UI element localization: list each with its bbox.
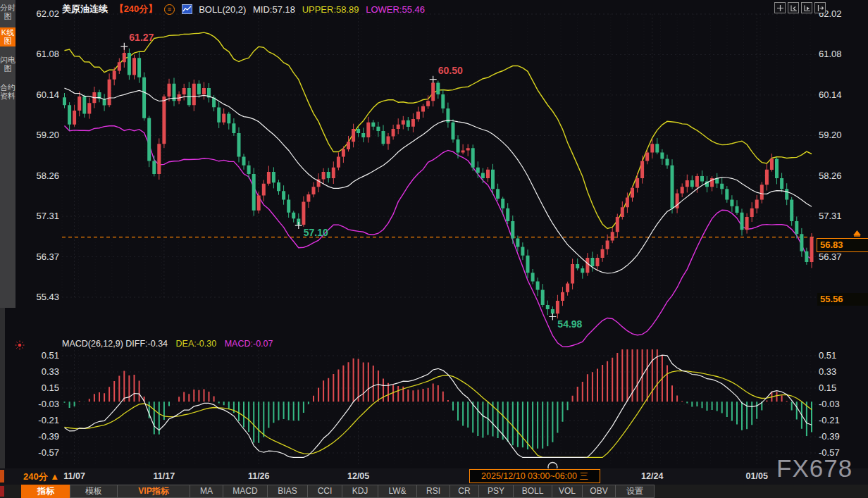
chart-tool-icons <box>774 2 826 13</box>
toolbar-button-CR[interactable]: CR <box>450 485 478 498</box>
macd-diff-value: MACD(26,12,9) DIFF:-0.34 <box>62 339 168 349</box>
watermark: FX678 <box>776 454 852 483</box>
charting-app: 61.2760.5057.1054.98 分时图K线图闪电图合约资料 美原油连续… <box>0 0 868 498</box>
price-tick-right: 61.08 <box>819 49 864 59</box>
macd-tick-right: -0.03 <box>819 399 864 409</box>
price-tick-right: 57.31 <box>819 211 864 221</box>
toolbar-button-指标[interactable]: 指标 <box>21 485 70 498</box>
sidebar-item-0[interactable]: 分时图 <box>0 3 16 22</box>
boll-lower-value: LOWER:55.46 <box>366 4 425 15</box>
macd-tick-left: -0.03 <box>20 399 59 409</box>
price-tick-left: 58.26 <box>20 170 59 181</box>
price-tick-left: 56.37 <box>20 251 59 262</box>
toolbar-button-MACD[interactable]: MACD <box>223 485 267 498</box>
macd-tick-right: -0.39 <box>819 431 864 442</box>
date-tick: 11/07 <box>50 471 99 481</box>
toolbar-button-LW&[interactable]: LW& <box>378 485 416 498</box>
date-tick: 12/24 <box>628 471 677 481</box>
svg-text:54.98: 54.98 <box>557 318 582 330</box>
macd-tick-left: 0.15 <box>20 382 59 393</box>
edge-marker-top <box>0 470 4 483</box>
toolbar-button-PSY[interactable]: PSY <box>478 485 513 498</box>
svg-text:57.10: 57.10 <box>304 227 328 238</box>
sidebar-strip <box>0 308 5 468</box>
period-label[interactable]: 【240分】 <box>115 4 158 14</box>
toolbar-button-RSI[interactable]: RSI <box>416 485 450 498</box>
zoom-x-in-icon[interactable] <box>801 2 812 13</box>
toolbar-button-KDJ[interactable]: KDJ <box>342 485 378 498</box>
date-tick: 11/26 <box>234 471 283 481</box>
svg-text:60.50: 60.50 <box>438 65 463 76</box>
macd-tick-left: 0.51 <box>20 350 59 361</box>
price-tick-right: 59.20 <box>819 130 864 140</box>
last-price-badge: 56.83 <box>817 238 868 252</box>
sidebar-item-3[interactable]: 合约资料 <box>0 82 16 101</box>
toolbar-button-BIAS[interactable]: BIAS <box>267 485 307 498</box>
price-tick-left: 57.31 <box>20 211 59 221</box>
date-axis-row: 240分 ▲ 11/0711/1711/2612/0512/2401/05 20… <box>0 468 868 485</box>
sidebar-item-2[interactable]: 闪电图 <box>0 55 16 74</box>
price-tick-left: 60.14 <box>20 89 59 100</box>
macd-tick-left: -0.21 <box>20 415 59 425</box>
mini-chart-icon <box>182 4 192 14</box>
instrument-title: 美原油连续 <box>62 4 108 14</box>
date-tick: 01/05 <box>732 471 781 481</box>
macd-tick-left: -0.57 <box>20 447 59 458</box>
price-tick-left: 61.08 <box>20 49 59 59</box>
edge-marker-bottom <box>0 486 4 497</box>
macd-tick-right: 0.33 <box>819 366 864 377</box>
svg-text:61.27: 61.27 <box>129 32 154 43</box>
toolbar-button-模板[interactable]: 模板 <box>70 485 117 498</box>
macd-tick-left: -0.39 <box>20 431 59 442</box>
toolbar-button-OBV[interactable]: OBV <box>582 485 615 498</box>
price-tick-left: 62.02 <box>20 8 59 19</box>
indicator-toolbar: 指标模板VIP指标MAMACDBIASCCIKDJLW&RSICRPSYBOLL… <box>21 485 655 498</box>
price-chart-canvas[interactable]: 61.2760.5057.1054.98 <box>0 0 868 498</box>
crosshair-date-box: 2025/12/10 03:00~06:00 三 <box>469 469 600 483</box>
macd-tick-right: 0.51 <box>819 350 864 361</box>
macd-dea-value: DEA:-0.30 <box>176 339 217 349</box>
toolbar-button-BOLL[interactable]: BOLL <box>513 485 552 498</box>
lower-band-badge: 55.56 <box>817 293 868 306</box>
chart-header: 美原油连续 【240分】 ≡ BOLL(20,2) MID:57.18 UPPE… <box>62 3 429 14</box>
date-tick: 12/05 <box>334 471 383 481</box>
sidebar-item-1[interactable]: K线图 <box>0 27 16 46</box>
macd-tick-right: -0.21 <box>819 415 864 425</box>
toolbar-button-VOL[interactable]: VOL <box>552 485 582 498</box>
circle-menu-icon[interactable]: ≡ <box>164 4 175 15</box>
macd-tick-right: 0.15 <box>819 382 864 393</box>
macd-macd-value: MACD:-0.07 <box>225 339 273 349</box>
toolbar-button-CCI[interactable]: CCI <box>307 485 342 498</box>
toolbar-button-设置[interactable]: 设置 <box>615 485 655 498</box>
boll-params-label: BOLL(20,2) <box>199 4 246 15</box>
macd-header: MACD(26,12,9) DIFF:-0.34 DEA:-0.30 MACD:… <box>62 339 278 349</box>
toolbar-button-VIP指标[interactable]: VIP指标 <box>117 485 190 498</box>
price-tick-right: 60.14 <box>819 89 864 100</box>
price-tick-left: 59.20 <box>20 130 59 140</box>
sidebar: 分时图K线图闪电图合约资料 <box>0 0 16 308</box>
macd-tick-left: 0.33 <box>20 366 59 377</box>
zoom-x-out-icon[interactable] <box>788 2 799 13</box>
date-tick: 11/17 <box>140 471 189 481</box>
price-tick-right: 58.26 <box>819 170 864 181</box>
page-forward-icon[interactable] <box>814 2 826 13</box>
pan-icon[interactable] <box>774 2 786 13</box>
toolbar-button-MA[interactable]: MA <box>190 485 223 498</box>
boll-upper-value: UPPER:58.89 <box>302 4 359 15</box>
price-tick-left: 55.43 <box>20 292 59 302</box>
price-tick-right: 56.37 <box>819 251 864 262</box>
boll-mid-value: MID:57.18 <box>253 4 295 15</box>
